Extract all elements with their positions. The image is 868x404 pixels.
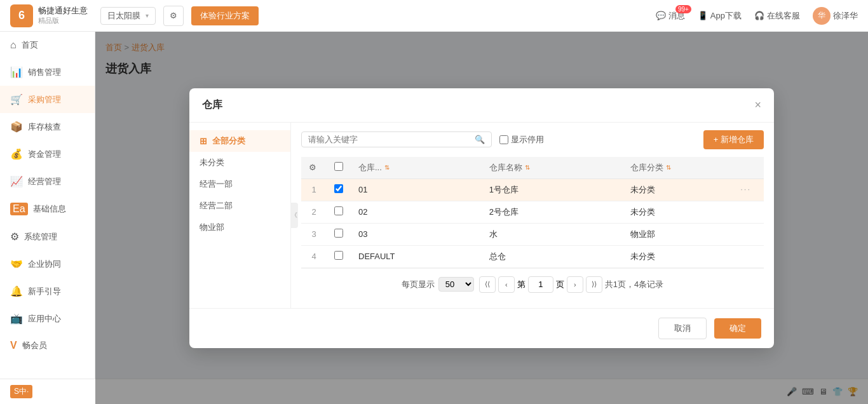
sidebar-item-label: 库存核查 <box>28 121 61 133</box>
show-disabled-checkbox[interactable]: 显示停用 <box>499 134 544 145</box>
sidebar-item-home[interactable]: ⌂ 首页 <box>0 32 95 58</box>
per-page-select[interactable]: 50 100 <box>438 277 474 292</box>
modal-footer: 取消 确定 <box>189 308 774 348</box>
row-checkbox[interactable] <box>327 223 351 245</box>
select-all-checkbox[interactable] <box>334 162 343 171</box>
category-label: 经营一部 <box>200 178 233 190</box>
row-num: 4 <box>301 245 327 267</box>
sidebar-item-inventory[interactable]: 📦 库存核查 <box>0 113 95 140</box>
table-row[interactable]: 4 DEFAULT 总仓 未分类 <box>301 245 764 267</box>
row-checkbox[interactable] <box>327 245 351 267</box>
category-label: 未分类 <box>200 157 224 168</box>
sidebar-item-apps[interactable]: 📺 应用中心 <box>0 305 95 332</box>
modal-header: 仓库 × <box>189 88 774 123</box>
sidebar-item-system[interactable]: ⚙ 系统管理 <box>0 223 95 250</box>
th-name: 仓库名称 ⇅ <box>482 157 623 179</box>
first-page-button[interactable]: ⟨⟨ <box>479 276 496 293</box>
guide-icon: 🔔 <box>10 285 23 297</box>
settings-button[interactable]: ⚙ <box>163 6 184 26</box>
modal-body: ⊞ 全部分类 未分类 经营一部 经营二部 物业部 <box>189 123 774 308</box>
cancel-button[interactable]: 取消 <box>658 318 707 339</box>
modal-title: 仓库 <box>202 98 222 112</box>
page-navigation: ⟨⟨ ‹ 第 页 › ⟩⟩ 共1页，4条记录 <box>479 276 663 293</box>
table-row[interactable]: 2 02 2号仓库 未分类 <box>301 201 764 223</box>
warehouse-category: 物业部 <box>623 223 764 245</box>
search-icon[interactable]: 🔍 <box>475 135 485 144</box>
table-row[interactable]: 1 01 1号仓库 未分类··· <box>301 178 764 201</box>
table-row[interactable]: 3 03 水 物业部 <box>301 223 764 245</box>
headset-icon: 🎧 <box>754 11 764 20</box>
chevron-down-icon: ▾ <box>146 12 149 19</box>
user-profile[interactable]: 华 徐泽华 <box>813 7 858 25</box>
trial-button[interactable]: 体验行业方案 <box>191 6 259 25</box>
row-num: 2 <box>301 201 327 223</box>
sidebar-item-member[interactable]: V 畅会员 <box>0 332 95 359</box>
confirm-button[interactable]: 确定 <box>714 318 761 339</box>
sidebar-item-label: 应用中心 <box>28 313 61 325</box>
brand-name: 畅捷通好生意 <box>38 6 88 17</box>
warehouse-table: ⚙ 仓库... ⇅ <box>301 157 764 268</box>
sidebar-item-finance[interactable]: 💰 资金管理 <box>0 140 95 168</box>
finance-icon: 💰 <box>10 148 23 160</box>
warehouse-category: 未分类 <box>623 201 764 223</box>
pagination: 每页显示 50 100 ⟨⟨ ‹ 第 <box>301 268 764 300</box>
category-uncategorized[interactable]: 未分类 <box>189 152 290 173</box>
search-input[interactable] <box>308 135 475 144</box>
row-check[interactable] <box>334 206 343 215</box>
sidebar-item-label: 采购管理 <box>28 94 61 105</box>
warehouse-name: 水 <box>482 223 623 245</box>
inventory-icon: 📦 <box>10 121 23 133</box>
table-toolbar: 🔍 显示停用 + 新增仓库 <box>301 130 764 149</box>
row-check[interactable] <box>334 184 343 193</box>
row-check[interactable] <box>334 229 343 238</box>
app-header: 6 畅捷通好生意 精品版 日太阳膜 ▾ ⚙ 体验行业方案 💬 消息 99+ 📱 … <box>0 0 868 32</box>
th-category: 仓库分类 ⇅ <box>623 157 764 179</box>
row-actions[interactable]: ··· <box>740 184 751 194</box>
row-checkbox[interactable] <box>327 201 351 223</box>
category-all[interactable]: ⊞ 全部分类 <box>189 130 290 152</box>
sidebar-item-basics[interactable]: Ea 基础信息 <box>0 195 95 223</box>
page-number-input[interactable] <box>528 276 553 293</box>
per-page-selector: 每页显示 50 100 <box>402 277 474 292</box>
sidebar-item-label: 畅会员 <box>22 340 47 351</box>
next-page-button[interactable]: › <box>567 276 583 293</box>
store-selector[interactable]: 日太阳膜 ▾ <box>100 7 156 25</box>
sort-icon: ⇅ <box>384 164 390 171</box>
online-service-label: 在线客服 <box>767 10 800 22</box>
apps-icon: 📺 <box>10 313 23 325</box>
member-icon: V <box>10 340 17 351</box>
table-area: 🔍 显示停用 + 新增仓库 <box>291 123 774 308</box>
row-num: 3 <box>301 223 327 245</box>
messages-button[interactable]: 💬 消息 99+ <box>656 10 685 22</box>
category-property[interactable]: 物业部 <box>189 217 290 238</box>
warehouse-code: 03 <box>351 223 482 245</box>
sidebar-item-purchase[interactable]: 🛒 采购管理 <box>0 86 95 113</box>
sidebar-item-operations[interactable]: 📈 经营管理 <box>0 168 95 195</box>
modal-close-button[interactable]: × <box>754 98 761 112</box>
online-service-button[interactable]: 🎧 在线客服 <box>754 10 800 22</box>
sidebar-item-sales[interactable]: 📊 销售管理 <box>0 58 95 86</box>
app-download-button[interactable]: 📱 App下载 <box>698 10 742 22</box>
th-settings: ⚙ <box>301 157 327 179</box>
sidebar-item-label: 新手引导 <box>28 286 61 297</box>
gear-icon: ⚙ <box>170 11 177 20</box>
sales-icon: 📊 <box>10 66 23 78</box>
category-collapse-button[interactable]: 《 <box>290 203 298 228</box>
logo-icon: 6 <box>10 4 33 27</box>
main-content: 首页 > 进货入库 进货入库 仓库 × <box>95 32 868 404</box>
row-checkbox[interactable] <box>327 178 351 201</box>
sidebar-item-guide[interactable]: 🔔 新手引导 <box>0 278 95 305</box>
category-label: 经营二部 <box>200 200 233 212</box>
prev-page-button[interactable]: ‹ <box>498 276 515 293</box>
row-check[interactable] <box>334 251 343 260</box>
category-ops2[interactable]: 经营二部 <box>189 195 290 217</box>
new-warehouse-button[interactable]: + 新增仓库 <box>703 130 764 149</box>
sidebar-item-label: 系统管理 <box>24 231 57 243</box>
category-ops1[interactable]: 经营一部 <box>189 173 290 195</box>
avatar: 华 <box>813 7 831 25</box>
disabled-checkbox[interactable] <box>499 135 508 144</box>
sidebar-item-label: 基础信息 <box>33 203 66 215</box>
sidebar-item-enterprise[interactable]: 🤝 企业协同 <box>0 250 95 278</box>
warehouse-name: 总仓 <box>482 245 623 267</box>
last-page-button[interactable]: ⟩⟩ <box>586 276 602 293</box>
